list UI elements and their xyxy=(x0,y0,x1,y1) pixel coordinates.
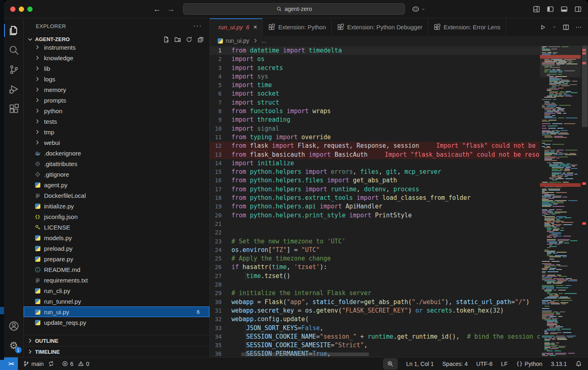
problems-item[interactable]: 6 0 xyxy=(62,361,89,367)
code-line-15[interactable]: 15from python.helpers import errors, fil… xyxy=(210,168,540,176)
code-line-31[interactable]: 31webapp.secret_key = os.getenv("FLASK_S… xyxy=(210,307,540,315)
remote-indicator[interactable]: >< xyxy=(4,357,18,370)
python-interpreter-version[interactable]: 3.13.1 xyxy=(551,361,567,367)
file-row-LICENSE[interactable]: LICENSE xyxy=(24,222,209,232)
git-branch-item[interactable]: main xyxy=(23,361,54,367)
folder-row-tmp[interactable]: tmp xyxy=(24,127,209,137)
code-line-19[interactable]: 19from python.helpers.api import ApiHand… xyxy=(210,202,540,211)
file-row-agent.py[interactable]: agent.py xyxy=(24,180,209,190)
horizontal-scrollbar[interactable] xyxy=(241,352,369,356)
code-line-14[interactable]: 14import initialize xyxy=(210,159,540,168)
code-line-5[interactable]: 5import time xyxy=(210,81,540,90)
code-line-2[interactable]: 2import os xyxy=(210,55,540,63)
minimap[interactable] xyxy=(540,46,581,357)
code-line-33[interactable]: 33 JSON_SORT_KEYS=False, xyxy=(210,324,540,333)
folder-row-tests[interactable]: tests xyxy=(24,116,209,127)
code-line-20[interactable]: 20from python.helpers.print_style import… xyxy=(210,211,540,220)
folder-row-lib[interactable]: lib xyxy=(24,63,209,74)
indentation-setting[interactable]: Spaces: 4 xyxy=(443,361,468,367)
toggle-secondary-sidebar-icon[interactable] xyxy=(575,6,581,13)
file-row-prepare.py[interactable]: prepare.py xyxy=(24,254,209,264)
folder-row-knowledge[interactable]: knowledge xyxy=(24,53,209,63)
code-line-29[interactable]: 29# initialize the internal Flask server xyxy=(210,289,540,298)
code-line-16[interactable]: 16from python.helpers.files import get_a… xyxy=(210,176,540,185)
code-line-12[interactable]: 12from flask import Flask, request, Resp… xyxy=(210,142,540,150)
code-line-17[interactable]: 17from python.helpers import runtime, do… xyxy=(210,185,540,194)
code-line-32[interactable]: 32webapp.config.update( xyxy=(210,315,540,324)
code-line-13[interactable]: 13from flask_basicauth import BasicAuthI… xyxy=(210,151,540,159)
minimize-window-button[interactable] xyxy=(19,7,24,12)
code-line-21[interactable]: 21 xyxy=(210,220,540,228)
encoding-setting[interactable]: UTF-8 xyxy=(476,361,493,367)
code-line-18[interactable]: 18from python.helpers.extract_tools impo… xyxy=(210,194,540,202)
code-line-3[interactable]: 3import secrets xyxy=(210,64,540,72)
activity-settings-icon[interactable]: ⚙1 xyxy=(4,336,24,355)
file-row-run_tunnel.py[interactable]: run_tunnel.py xyxy=(24,296,209,307)
file-row-requirements.txt[interactable]: requirements.txt xyxy=(24,275,209,285)
code-line-35[interactable]: 35 SESSION_COOKIE_SAMESITE="Strict", xyxy=(210,341,540,350)
code-line-24[interactable]: 24os.environ["TZ"] = "UTC" xyxy=(210,246,540,254)
file-row-preload.py[interactable]: preload.py xyxy=(24,243,209,254)
file-row-.gitignore[interactable]: .gitignore xyxy=(24,169,209,180)
customize-layout-icon[interactable] xyxy=(533,6,540,13)
folder-row-memory[interactable]: memory xyxy=(24,84,209,95)
run-file-icon[interactable] xyxy=(540,24,546,31)
code-line-9[interactable]: 9import threading xyxy=(210,116,540,124)
outline-panel-header[interactable]: OUTLINE xyxy=(24,335,209,346)
minimap-slider[interactable] xyxy=(540,46,581,77)
file-row-.gitattributes[interactable]: .gitattributes xyxy=(24,158,209,169)
file-row-run_cli.py[interactable]: run_cli.py xyxy=(24,285,209,296)
tab-extension-python[interactable]: Extension: Python xyxy=(263,18,332,36)
chevron-down-icon[interactable] xyxy=(552,25,557,29)
folder-row-instruments[interactable]: instruments xyxy=(24,42,209,53)
tab-extension-error-lens[interactable]: Extension: Error Lens xyxy=(428,18,506,36)
code-line-26[interactable]: 26if hasattr(time, 'tzset'): xyxy=(210,263,540,271)
split-editor-icon[interactable] xyxy=(563,24,569,31)
breadcrumb-more[interactable]: ... xyxy=(262,37,266,44)
activity-run-debug-icon[interactable] xyxy=(4,79,24,99)
vertical-scrollbar[interactable] xyxy=(582,46,588,127)
language-mode[interactable]: {} Python xyxy=(516,361,542,367)
code-line-30[interactable]: 30webapp = Flask("app", static_folder=ge… xyxy=(210,298,540,307)
code-line-22[interactable]: 22 xyxy=(210,228,540,237)
code-line-8[interactable]: 8from functools import wraps xyxy=(210,107,540,116)
tab-extension-python-debugger[interactable]: Extension: Python Debugger xyxy=(332,18,428,36)
activity-source-control-icon[interactable] xyxy=(4,60,24,79)
file-row-run_ui.py[interactable]: run_ui.py6 xyxy=(24,307,209,317)
code-line-25[interactable]: 25# Apply the timezone change xyxy=(210,254,540,263)
activity-accounts-icon[interactable] xyxy=(4,316,24,336)
editor-more-actions-icon[interactable] xyxy=(575,24,582,31)
code-line-10[interactable]: 10import signal xyxy=(210,125,540,133)
file-row-DockerfileLocal[interactable]: DockerfileLocal xyxy=(24,190,209,201)
timeline-panel-header[interactable]: TIMELINE xyxy=(24,346,209,357)
eol-setting[interactable]: LF xyxy=(501,361,507,367)
file-row-models.py[interactable]: models.py xyxy=(24,232,209,243)
code-line-27[interactable]: 27 time.tzset() xyxy=(210,272,540,280)
file-row-README.md[interactable]: README.md xyxy=(24,264,209,275)
code-line-4[interactable]: 4import sys xyxy=(210,72,540,81)
code-line-7[interactable]: 7import struct xyxy=(210,99,540,107)
zoom-button[interactable] xyxy=(383,358,398,370)
code-line-23[interactable]: 23# Set the new timezone to 'UTC' xyxy=(210,237,540,246)
file-row-initialize.py[interactable]: initialize.py xyxy=(24,201,209,211)
activity-search-icon[interactable] xyxy=(4,40,24,60)
file-row-jsconfig.json[interactable]: {}jsconfig.json xyxy=(24,211,209,222)
toggle-primary-sidebar-icon[interactable] xyxy=(547,6,554,13)
activity-explorer-icon[interactable] xyxy=(4,21,24,40)
code-line-34[interactable]: 34 SESSION_COOKIE_NAME="session_" + runt… xyxy=(210,333,540,341)
notifications-bell-icon[interactable] xyxy=(575,361,582,367)
folder-row-prompts[interactable]: prompts xyxy=(24,95,209,105)
code-line-28[interactable]: 28 xyxy=(210,280,540,289)
cursor-position[interactable]: Ln 1, Col 1 xyxy=(406,361,434,367)
folder-row-webui[interactable]: webui xyxy=(24,137,209,148)
sync-icon[interactable] xyxy=(48,361,54,367)
toggle-panel-icon[interactable] xyxy=(561,6,568,13)
breadcrumb-file[interactable]: run_ui.py xyxy=(226,37,249,44)
file-row-.dockerignore[interactable]: .dockerignore xyxy=(24,148,209,158)
folder-row-logs[interactable]: logs xyxy=(24,74,209,84)
copilot-menu[interactable] xyxy=(412,5,425,13)
close-window-button[interactable] xyxy=(10,7,15,12)
tab-run-ui-py[interactable]: run_ui.py6× xyxy=(210,18,263,36)
code-line-1[interactable]: 1from datetime import timedelta xyxy=(210,46,540,55)
code-line-11[interactable]: 11from typing import override xyxy=(210,133,540,142)
